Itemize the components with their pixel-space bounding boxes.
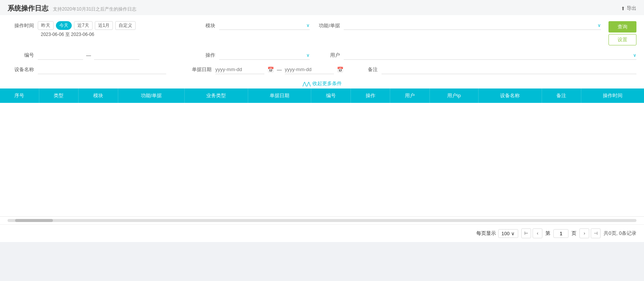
page-input[interactable] <box>553 229 568 238</box>
col-number: 编号 <box>311 88 351 103</box>
col-type: 类型 <box>39 88 78 103</box>
operation-label: 操作 <box>189 52 219 59</box>
col-business-type: 业务类型 <box>185 88 248 103</box>
time-range-display: 2023-06-06 至 2023-06-06 <box>41 32 94 37</box>
prev-page-button[interactable]: ‹ <box>533 228 542 238</box>
page-subtitle: 支持2020年10月31日之后产生的操作日志 <box>53 6 136 12</box>
remark-label: 备注 <box>347 66 381 73</box>
time-label: 操作时间 <box>8 22 38 29</box>
next-page-button[interactable]: › <box>579 228 589 238</box>
query-button[interactable]: 查询 <box>608 21 636 33</box>
function-select[interactable]: ∨ <box>344 21 601 30</box>
number-range: — <box>38 51 139 60</box>
date-range: 📅 — 📅 <box>215 65 343 74</box>
col-voucher-date: 单据日期 <box>248 88 311 103</box>
per-page-value: 100 <box>502 231 510 236</box>
time-btn-7days[interactable]: 近7天 <box>74 21 93 30</box>
table-header: 序号 类型 模块 功能/单据 业务类型 单据日期 编号 操作 用户 用户ip 设… <box>0 88 644 103</box>
time-options: 昨天 今天 近7天 近1月 自定义 <box>38 21 136 30</box>
user-label: 用户 <box>310 52 344 59</box>
voucher-date-label: 单据日期 <box>189 66 215 73</box>
page-total: 共0页, 0条记录 <box>604 230 636 237</box>
collapse-button[interactable]: ⋀⋀ 收起更多条件 <box>303 80 342 87</box>
function-label: 功能/单据 <box>310 22 344 29</box>
collapse-label: 收起更多条件 <box>312 80 342 87</box>
number-input-start[interactable] <box>38 51 83 60</box>
col-op-time: 操作时间 <box>581 88 644 103</box>
operation-select[interactable]: ∨ <box>219 51 310 60</box>
title-group: 系统操作日志 支持2020年10月31日之后产生的操作日志 <box>8 4 136 13</box>
table-header-row: 序号 类型 模块 功能/单据 业务类型 单据日期 编号 操作 用户 用户ip 设… <box>0 88 644 103</box>
scrollbar-area <box>0 216 644 224</box>
page-size-select: 每页显示 100 ∨ <box>476 229 519 238</box>
col-operation: 操作 <box>351 88 390 103</box>
col-user: 用户 <box>390 88 429 103</box>
date-end-input[interactable] <box>285 65 334 74</box>
function-chevron-icon: ∨ <box>598 23 601 28</box>
first-page-button[interactable]: ⊢ <box>521 228 531 238</box>
time-btn-yesterday[interactable]: 昨天 <box>38 21 54 30</box>
module-label: 模块 <box>189 22 219 29</box>
page-header: 系统操作日志 支持2020年10月31日之后产生的操作日志 ⬆ 导出 <box>0 0 644 15</box>
calendar-start-icon[interactable]: 📅 <box>267 67 274 73</box>
filter-section: 操作时间 昨天 今天 近7天 近1月 自定义 2023-06-06 至 2023… <box>0 15 644 88</box>
number-sep: — <box>86 53 91 58</box>
pagination-area: 每页显示 100 ∨ ⊢ ‹ 第 页 › ⊣ 共0页, 0条记录 <box>0 224 644 242</box>
collapse-bar: ⋀⋀ 收起更多条件 <box>0 77 644 88</box>
col-user-ip: 用户ip <box>429 88 478 103</box>
page-of-label: 页 <box>571 230 576 237</box>
user-chevron-icon: ∨ <box>633 53 636 58</box>
time-btn-1month[interactable]: 近1月 <box>95 21 113 30</box>
col-device: 设备名称 <box>478 88 542 103</box>
number-input-end[interactable] <box>94 51 139 60</box>
per-page-label: 每页显示 <box>476 230 496 237</box>
operation-chevron-icon: ∨ <box>306 53 310 58</box>
date-sep: — <box>277 67 282 73</box>
user-select[interactable]: ∨ <box>344 51 636 60</box>
table-empty-area <box>0 103 644 216</box>
page-size-box[interactable]: 100 ∨ <box>498 229 519 238</box>
module-select[interactable]: ∨ <box>219 21 310 30</box>
export-label: 导出 <box>627 5 636 12</box>
horizontal-scrollbar[interactable] <box>8 219 636 222</box>
page-nav: ⊢ ‹ 第 页 › ⊣ <box>521 228 601 238</box>
scrollbar-thumb[interactable] <box>15 219 53 222</box>
remark-input[interactable] <box>381 65 636 74</box>
time-btn-custom[interactable]: 自定义 <box>115 21 136 30</box>
col-index: 序号 <box>0 88 39 103</box>
date-start-input[interactable] <box>215 65 264 74</box>
col-module: 模块 <box>79 88 118 103</box>
calendar-end-icon[interactable]: 📅 <box>337 67 343 73</box>
collapse-up-icon: ⋀⋀ <box>303 81 311 87</box>
settings-button[interactable]: 设置 <box>608 34 636 45</box>
device-label: 设备名称 <box>8 66 38 73</box>
export-icon: ⬆ <box>621 6 625 11</box>
page-title: 系统操作日志 <box>8 4 48 13</box>
per-page-chevron-icon: ∨ <box>511 231 515 236</box>
module-chevron-icon: ∨ <box>306 23 310 28</box>
table-section: 序号 类型 模块 功能/单据 业务类型 单据日期 编号 操作 用户 用户ip 设… <box>0 88 644 216</box>
col-remark: 备注 <box>542 88 581 103</box>
number-label: 编号 <box>8 52 38 59</box>
col-function: 功能/单据 <box>118 88 184 103</box>
data-table: 序号 类型 模块 功能/单据 业务类型 单据日期 编号 操作 用户 用户ip 设… <box>0 88 644 103</box>
export-button[interactable]: ⬆ 导出 <box>621 5 636 12</box>
time-btn-today[interactable]: 今天 <box>56 21 72 30</box>
page-label: 第 <box>545 230 550 237</box>
last-page-button[interactable]: ⊣ <box>591 228 601 238</box>
device-input[interactable] <box>38 65 166 74</box>
